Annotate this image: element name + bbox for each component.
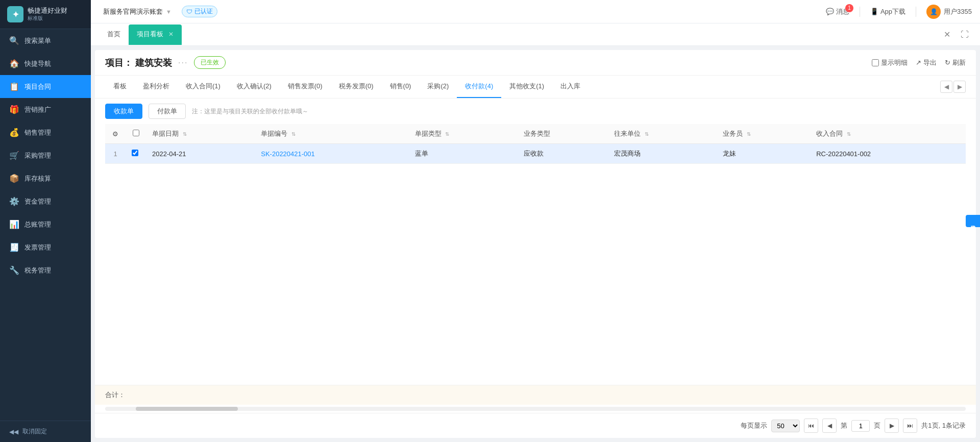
sub-tab-profit[interactable]: 盈利分析 — [135, 76, 178, 98]
per-page-select[interactable]: 50 100 200 — [771, 420, 800, 432]
sidebar-item-ledger[interactable]: 📊 总账管理 — [0, 213, 91, 236]
sub-tab-other[interactable]: 其他收支(1) — [501, 76, 552, 98]
unpin-icon: ◀◀ — [9, 428, 18, 435]
verified-text: 已认证 — [194, 7, 213, 16]
row-contract: RC-20220401-002 — [810, 144, 966, 164]
last-page-button[interactable]: ⏭ — [903, 419, 917, 433]
account-name: 新服务官网演示账套 — [103, 7, 163, 16]
row-checkbox[interactable] — [132, 150, 138, 156]
sub-tab-purchase[interactable]: 采购(2) — [419, 76, 457, 98]
select-all-checkbox[interactable] — [133, 130, 139, 136]
sidebar-item-invoice[interactable]: 🧾 发票管理 — [0, 236, 91, 259]
top-header: 新服务官网演示账套 ▼ 🛡 已认证 💬 消息 1 📱 App下载 👤 用户335… — [91, 0, 980, 23]
sidebar: ✦ 畅捷通好业财 标准版 🔍 搜索菜单 🏠 快捷导航 📋 项目合同 🎁 营销推广… — [0, 0, 91, 442]
sidebar-item-label: 总账管理 — [24, 220, 51, 229]
content-panel: 项目： 建筑安装 ··· 已生效 显示明细 ↗ 导出 ↻ 刷新 — [95, 50, 976, 438]
show-detail-label[interactable]: 显示明细 — [872, 58, 908, 67]
toggle-area: 收款单 付款单 注：这里是与项目关联的全部收付款单哦～ — [95, 99, 976, 124]
sub-tab-kanban[interactable]: 看板 — [105, 76, 135, 98]
sidebar-item-label: 销售管理 — [24, 128, 51, 137]
sidebar-item-label: 资金管理 — [24, 197, 51, 206]
th-type[interactable]: 单据类型 ⇅ — [409, 124, 518, 144]
total-label: 合计： — [105, 390, 125, 400]
row-type: 蓝单 — [409, 144, 518, 164]
sort-contract-icon: ⇅ — [847, 131, 851, 137]
sidebar-item-sales[interactable]: 💰 销售管理 — [0, 121, 91, 144]
show-detail-checkbox[interactable] — [872, 59, 879, 66]
more-options-icon[interactable]: ··· — [178, 58, 188, 67]
project-name: 建筑安装 — [135, 58, 172, 68]
feedback-button[interactable]: 意见反馈 — [966, 215, 976, 227]
row-code[interactable]: SK-20220421-001 — [255, 144, 408, 164]
export-icon: ↗ — [916, 59, 921, 66]
sidebar-item-funds[interactable]: ⚙️ 资金管理 — [0, 190, 91, 213]
sidebar-item-inventory[interactable]: 📦 库存核算 — [0, 167, 91, 190]
first-page-button[interactable]: ⏮ — [804, 419, 818, 433]
sidebar-item-tax[interactable]: 🔧 税务管理 — [0, 259, 91, 282]
tab-bar-controls: ✕ ⛶ — [941, 28, 972, 41]
sub-tab-sales-invoice[interactable]: 销售发票(0) — [280, 76, 331, 98]
account-selector[interactable]: 新服务官网演示账套 ▼ — [99, 5, 176, 18]
user-action[interactable]: 👤 用户3355 — [926, 5, 972, 19]
sub-tab-income-confirm[interactable]: 收入确认(2) — [229, 76, 280, 98]
total-info: 共1页, 1条记录 — [921, 421, 966, 430]
sidebar-item-label: 项目合同 — [24, 82, 51, 91]
project-header: 项目： 建筑安装 ··· 已生效 显示明细 ↗ 导出 ↻ 刷新 — [95, 50, 976, 76]
unpin-button[interactable]: ◀◀ 取消固定 — [0, 421, 91, 442]
page-input[interactable] — [851, 420, 870, 432]
messages-action[interactable]: 💬 消息 1 — [826, 7, 849, 16]
main-content: 新服务官网演示账套 ▼ 🛡 已认证 💬 消息 1 📱 App下载 👤 用户335… — [91, 0, 980, 442]
sub-tab-sales[interactable]: 销售(0) — [382, 76, 420, 98]
receipt-toggle-button[interactable]: 收款单 — [105, 104, 142, 119]
verified-badge: 🛡 已认证 — [182, 6, 217, 17]
next-page-button[interactable]: ▶ — [885, 419, 899, 433]
sub-tab-receipt[interactable]: 收付款(4) — [457, 76, 501, 98]
th-code[interactable]: 单据编号 ⇅ — [255, 124, 408, 144]
sidebar-item-project[interactable]: 📋 项目合同 — [0, 75, 91, 98]
refresh-button[interactable]: ↻ 刷新 — [945, 58, 966, 67]
th-salesman[interactable]: 业务员 ⇅ — [717, 124, 810, 144]
marketing-icon: 🎁 — [9, 105, 19, 114]
export-button[interactable]: ↗ 导出 — [916, 58, 937, 67]
funds-icon: ⚙️ — [9, 197, 19, 206]
nav-next-arrow[interactable]: ▶ — [953, 81, 966, 93]
nav-prev-arrow[interactable]: ◀ — [940, 81, 952, 93]
tab-close-icon[interactable]: ✕ — [168, 31, 174, 38]
record-link[interactable]: SK-20220421-001 — [261, 150, 315, 158]
tab-maximize-button[interactable]: ⛶ — [958, 28, 972, 41]
app-download-action[interactable]: 📱 App下载 — [870, 7, 905, 16]
tab-minimize-button[interactable]: ✕ — [941, 28, 953, 41]
invoice-icon: 🧾 — [9, 242, 19, 252]
ledger-icon: 📊 — [9, 219, 19, 229]
app-name-block: 畅捷通好业财 标准版 — [28, 7, 67, 22]
th-settings[interactable]: ⚙ — [105, 124, 126, 144]
project-label: 项目： 建筑安装 — [105, 57, 172, 69]
payment-toggle-button[interactable]: 付款单 — [149, 104, 186, 119]
sales-icon: 💰 — [9, 128, 19, 137]
scroll-thumb[interactable] — [136, 407, 238, 411]
app-name: 畅捷通好业财 — [28, 7, 67, 15]
sidebar-item-quicknav[interactable]: 🏠 快捷导航 — [0, 52, 91, 75]
sort-code-icon: ⇅ — [291, 131, 296, 137]
th-contract[interactable]: 收入合同 ⇅ — [810, 124, 966, 144]
sidebar-item-search[interactable]: 🔍 搜索菜单 — [0, 29, 91, 52]
sort-partner-icon: ⇅ — [645, 131, 649, 137]
tab-project-board[interactable]: 项目看板 ✕ — [129, 24, 182, 45]
th-partner[interactable]: 往来单位 ⇅ — [608, 124, 717, 144]
page-label: 第 — [841, 421, 847, 430]
chevron-down-icon: ▼ — [166, 9, 172, 15]
row-num: 1 — [105, 144, 126, 164]
prev-page-button[interactable]: ◀ — [822, 419, 837, 433]
header-actions: 💬 消息 1 📱 App下载 👤 用户3355 — [826, 5, 972, 19]
sidebar-item-purchase[interactable]: 🛒 采购管理 — [0, 144, 91, 167]
sidebar-item-marketing[interactable]: 🎁 营销推广 — [0, 98, 91, 121]
tab-home[interactable]: 首页 — [99, 24, 129, 45]
pagination: 每页显示 50 100 200 ⏮ ◀ 第 页 ▶ ⏭ 共1页, 1条记录 — [95, 413, 976, 438]
phone-icon: 📱 — [870, 8, 878, 15]
th-date[interactable]: 单据日期 ⇅ — [146, 124, 255, 144]
row-biztype: 应收款 — [518, 144, 608, 164]
user-name: 用户3355 — [944, 7, 972, 16]
sub-tab-tax-invoice[interactable]: 税务发票(0) — [331, 76, 382, 98]
sub-tab-inout[interactable]: 出入库 — [552, 76, 589, 98]
sub-tab-income-contract[interactable]: 收入合同(1) — [178, 76, 229, 98]
